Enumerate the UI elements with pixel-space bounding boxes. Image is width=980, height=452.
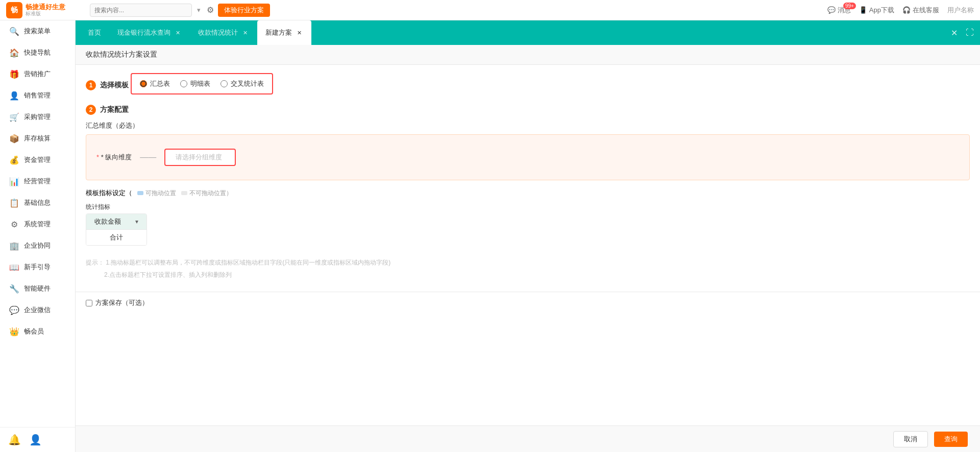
- sidebar-item-label-search: 搜索菜单: [24, 27, 51, 36]
- app-icon: 📱: [859, 6, 867, 14]
- sidebar-item-purchase[interactable]: 🛒 采购管理: [0, 106, 75, 128]
- wechat-icon: 💬: [10, 305, 19, 315]
- sidebar-item-label-wechat: 企业微信: [24, 305, 51, 315]
- tip1: 提示： 1.拖动标题栏可以调整布局，不可跨维度或指标区域拖动栏目字段(只能在同一…: [86, 257, 970, 269]
- sidebar-item-label-inventory: 库存核算: [24, 134, 51, 143]
- radio-cross-input[interactable]: [220, 80, 228, 87]
- chart-icon: 📊: [10, 177, 19, 186]
- tab-expand-icon[interactable]: ⛶: [964, 26, 976, 39]
- tip2: 2.点击标题栏下拉可设置排序、插入列和删除列: [86, 270, 970, 281]
- save-checkbox-label[interactable]: 方案保存（可选）: [86, 298, 149, 307]
- tab-new-plan-close[interactable]: ✕: [295, 29, 303, 37]
- radio-summary[interactable]: 汇总表: [140, 79, 170, 88]
- settings-icon: ⚙: [10, 220, 19, 229]
- logo-area: 畅 畅捷通好生意 标准版: [6, 2, 82, 18]
- user-sidebar-icon[interactable]: 👤: [29, 434, 42, 446]
- cancel-button[interactable]: 取消: [893, 431, 928, 447]
- cart-icon: 🛒: [10, 112, 19, 122]
- footer-actions: 取消 查询: [76, 425, 980, 452]
- metrics-label: 模板指标设定（ 可拖动位置 不可拖动位置）: [86, 188, 970, 198]
- sidebar-item-basicinfo[interactable]: 📋 基础信息: [0, 192, 75, 213]
- query-button[interactable]: 查询: [934, 432, 968, 447]
- tab-receipt-stats-close[interactable]: ✕: [241, 29, 249, 37]
- gift-icon: 🎁: [10, 69, 19, 79]
- online-service-label: 在线客服: [913, 6, 939, 15]
- sidebar-item-hardware[interactable]: 🔧 智能硬件: [0, 278, 75, 299]
- tab-new-plan-label: 新建方案: [265, 28, 292, 37]
- radio-cross[interactable]: 交叉统计表: [220, 79, 264, 88]
- row-label-text: * 纵向维度: [101, 153, 132, 161]
- sidebar-item-system[interactable]: ⚙ 系统管理: [0, 213, 75, 235]
- sidebar-item-inventory[interactable]: 📦 库存核算: [0, 128, 75, 149]
- tab-new-plan[interactable]: 新建方案 ✕: [257, 20, 311, 45]
- page-content: 收款情况统计方案设置 1 选择模板 汇总表: [76, 45, 980, 425]
- metrics-config-label: 模板指标设定（: [86, 188, 132, 198]
- dropdown-icon[interactable]: ▾: [197, 6, 201, 14]
- sidebar-item-guide[interactable]: 📖 新手引导: [0, 256, 75, 278]
- sidebar-item-member[interactable]: 👑 畅会员: [0, 321, 75, 342]
- search-input[interactable]: [90, 4, 192, 17]
- metrics-config: 模板指标设定（ 可拖动位置 不可拖动位置） 统计指标: [86, 188, 970, 247]
- main-layout: 🔍 搜索菜单 🏠 快捷导航 🎁 营销推广 👤 销售管理 🛒 采购管理 📦 库存核…: [0, 20, 980, 452]
- template-options: 汇总表 明细表 交叉统计表: [131, 73, 273, 94]
- tips-section: 提示： 1.拖动标题栏可以调整布局，不可跨维度或指标区域拖动栏目字段(只能在同一…: [86, 257, 970, 280]
- radio-summary-label: 汇总表: [150, 79, 170, 88]
- notification-area[interactable]: 💬 消息 99+: [827, 6, 851, 15]
- tab-receipt-stats[interactable]: 收款情况统计 ✕: [190, 20, 257, 45]
- step2-header: 2 方案配置: [86, 105, 970, 115]
- app-download-link[interactable]: 📱 App下载: [859, 6, 894, 15]
- tab-home[interactable]: 首页: [80, 20, 109, 45]
- logo-icon: 畅: [6, 2, 22, 18]
- dimension-select[interactable]: 请选择分组维度: [164, 149, 236, 166]
- metrics-chevron-icon[interactable]: ▾: [135, 218, 138, 225]
- online-service-link[interactable]: 🎧 在线客服: [902, 6, 939, 15]
- notification-sidebar-icon[interactable]: 🔔: [8, 434, 21, 446]
- sidebar-item-finance[interactable]: 💰 资金管理: [0, 149, 75, 171]
- dimension-placeholder: 请选择分组维度: [176, 153, 222, 161]
- header-actions: 💬 消息 99+ 📱 App下载 🎧 在线客服 用户名称: [827, 6, 974, 15]
- sidebar-item-enterprise[interactable]: 🏢 企业协同: [0, 235, 75, 256]
- tab-receipt-stats-label: 收款情况统计: [198, 28, 238, 37]
- app-download-label: App下载: [869, 6, 894, 15]
- sidebar-item-marketing[interactable]: 🎁 营销推广: [0, 63, 75, 85]
- page-title: 收款情况统计方案设置: [86, 50, 157, 58]
- sidebar-item-label-finance: 资金管理: [24, 155, 51, 164]
- radio-summary-input[interactable]: [140, 80, 147, 87]
- sidebar-item-label-hardware: 智能硬件: [24, 284, 51, 293]
- sidebar-item-quicknav[interactable]: 🏠 快捷导航: [0, 42, 75, 63]
- sidebar-item-label-sales: 销售管理: [24, 91, 51, 100]
- sidebar-item-search[interactable]: 🔍 搜索菜单: [0, 20, 75, 42]
- tab-bank-flow-close[interactable]: ✕: [174, 29, 182, 37]
- message-icon: 💬: [827, 6, 836, 14]
- stats-label: 统计指标: [86, 203, 970, 211]
- sidebar-item-label-guide: 新手引导: [24, 263, 51, 272]
- tab-bank-flow[interactable]: 现金银行流水查询 ✕: [109, 20, 190, 45]
- gear-icon[interactable]: ⚙: [207, 5, 214, 15]
- search-icon: 🔍: [10, 27, 19, 36]
- non-movable-indicator: 不可拖动位置）: [181, 189, 232, 198]
- radio-detail-input[interactable]: [180, 80, 187, 87]
- step2-number: 2: [86, 105, 96, 115]
- logo-sub: 标准版: [26, 11, 65, 17]
- trial-button[interactable]: 体验行业方案: [218, 4, 270, 17]
- home-icon: 🏠: [10, 48, 19, 57]
- save-checkbox-input[interactable]: [86, 300, 92, 306]
- clipboard-icon: 📋: [10, 198, 19, 207]
- sidebar-item-label-marketing: 营销推广: [24, 69, 51, 79]
- book-icon: 📖: [10, 263, 19, 272]
- step1-label: 1 选择模板: [86, 80, 129, 90]
- metrics-header[interactable]: 收款金额 ▾: [86, 214, 146, 230]
- step1-section: 1 选择模板 汇总表 明细表: [76, 65, 980, 105]
- sidebar-item-sales[interactable]: 👤 销售管理: [0, 85, 75, 106]
- person-icon: 👤: [10, 91, 19, 100]
- radio-detail[interactable]: 明细表: [180, 79, 210, 88]
- notification-badge: 99+: [843, 3, 856, 9]
- sidebar-item-operations[interactable]: 📊 经营管理: [0, 171, 75, 192]
- movable-label: 可拖动位置: [145, 189, 176, 198]
- sidebar-item-wechat[interactable]: 💬 企业微信: [0, 299, 75, 321]
- tab-bank-flow-label: 现金银行流水查询: [117, 28, 170, 37]
- movable-indicator: 可拖动位置: [137, 189, 176, 198]
- tab-close-all-icon[interactable]: ✕: [949, 26, 960, 40]
- metrics-table: 收款金额 ▾ 合计: [86, 213, 147, 246]
- page-title-bar: 收款情况统计方案设置: [76, 45, 980, 65]
